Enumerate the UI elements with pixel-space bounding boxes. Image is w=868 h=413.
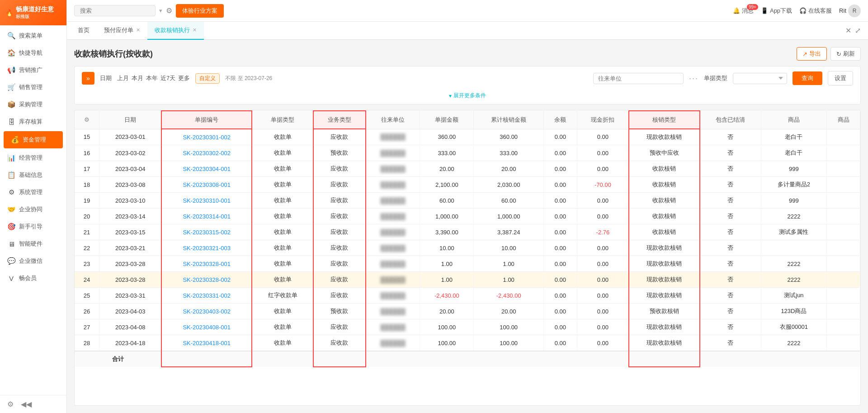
sidebar-icon-sales: 🛒	[7, 83, 15, 91]
cell-receipt-type: 收款单	[252, 335, 313, 351]
cell-goods2	[827, 288, 860, 304]
sidebar-icon-operations: 📊	[7, 154, 15, 162]
cell-goods2	[827, 129, 860, 145]
col-settings[interactable]: ⚙	[75, 111, 99, 129]
cell-settled: 否	[700, 177, 761, 193]
cell-receipt-no[interactable]: SK-20230308-001	[161, 177, 252, 193]
cell-goods: 2222	[761, 209, 827, 224]
tab-prepaid-close[interactable]: ✕	[136, 27, 140, 33]
cell-receipt-no[interactable]: SK-20230302-002	[161, 145, 252, 161]
sidebar-item-vip[interactable]: V畅会员	[0, 270, 66, 287]
bottom-settings-icon[interactable]: ⚙	[7, 400, 14, 408]
cell-receipt-no[interactable]: SK-20230315-002	[161, 224, 252, 240]
cell-receipt-no[interactable]: SK-20230403-002	[161, 304, 252, 319]
cell-no: 15	[75, 129, 99, 145]
tab-collection[interactable]: 收款核销执行 ✕	[147, 22, 204, 40]
cell-unit: ██████	[366, 288, 420, 304]
sidebar-item-sales[interactable]: 🛒销售管理	[0, 79, 66, 96]
cell-verify-type: 现款收款核销	[629, 288, 699, 304]
cell-no: 21	[75, 224, 99, 240]
cell-amount: 10.00	[420, 240, 474, 256]
filter-unit-input[interactable]	[593, 73, 684, 84]
industry-btn[interactable]: 体验行业方案	[176, 4, 224, 18]
sidebar-menu: 🔍搜索菜单🏠快捷导航📢营销推广🛒销售管理📦采购管理🗄库存核算💰资金管理📊经营管理…	[0, 25, 66, 395]
col-receipt-type: 单据类型	[252, 111, 313, 129]
cell-verify-type: 现款收款核销	[629, 129, 699, 145]
sidebar-label-cooperation: 企业协同	[19, 205, 42, 214]
cell-receipt-no[interactable]: SK-20230418-001	[161, 335, 252, 351]
cell-verify-type: 收款核销	[629, 193, 699, 209]
sidebar-item-purchase[interactable]: 📦采购管理	[0, 96, 66, 113]
tab-collection-close[interactable]: ✕	[193, 27, 197, 33]
filter-date-this-month[interactable]: 本月	[132, 74, 143, 82]
cell-receipt-no[interactable]: SK-20230301-002	[161, 129, 252, 145]
table-row: 21 2023-03-15 SK-20230315-002 收款单 应收款 ██…	[75, 224, 860, 240]
sidebar-item-basic[interactable]: 📋基础信息	[0, 166, 66, 184]
tab-home[interactable]: 首页	[71, 22, 97, 40]
cell-balance: 0.00	[544, 177, 577, 193]
filter-dots[interactable]: ···	[689, 74, 698, 83]
cell-settled: 否	[700, 224, 761, 240]
cell-verify-type: 现款收款核销	[629, 335, 699, 351]
cell-receipt-no[interactable]: SK-20230331-002	[161, 288, 252, 304]
user-item[interactable]: Rit R	[839, 5, 861, 17]
logo-name: 畅康道好生意	[16, 5, 54, 14]
cell-receipt-no[interactable]: SK-20230321-003	[161, 240, 252, 256]
filter-date-label: 日期	[100, 74, 112, 82]
cell-receipt-no[interactable]: SK-20230408-001	[161, 319, 252, 335]
sidebar-item-guide[interactable]: 🎯新手引导	[0, 218, 66, 235]
cell-receipt-no[interactable]: SK-20230310-001	[161, 193, 252, 209]
sidebar-item-inventory[interactable]: 🗄库存核算	[0, 113, 66, 130]
cell-receipt-no[interactable]: SK-20230314-001	[161, 209, 252, 224]
tab-maximize-icon[interactable]: ⤢	[855, 26, 861, 35]
cell-biz-type: 应收款	[313, 335, 366, 351]
customer-service-item[interactable]: 🎧 在线客服	[799, 7, 832, 15]
filter-date-more[interactable]: 更多	[178, 74, 190, 82]
sidebar-item-system[interactable]: ⚙系统管理	[0, 184, 66, 201]
sidebar-bottom[interactable]: ⚙ ◀◀	[0, 395, 66, 413]
sidebar-item-wechat[interactable]: 💬企业微信	[0, 252, 66, 270]
cell-receipt-no[interactable]: SK-20230304-001	[161, 161, 252, 177]
tab-prepaid[interactable]: 预付应付单 ✕	[97, 22, 147, 40]
filter-date-custom-btn[interactable]: 自定义	[195, 73, 220, 84]
cell-settled: 否	[700, 145, 761, 161]
tab-close-all-icon[interactable]: ✕	[845, 26, 851, 35]
cell-verified: 360.00	[474, 129, 544, 145]
refresh-btn[interactable]: ↻ 刷新	[830, 47, 861, 61]
cell-cash-discount: 0.00	[577, 240, 629, 256]
sidebar-icon-finance: 💰	[11, 136, 19, 144]
topbar-search-input[interactable]	[74, 5, 156, 16]
sidebar-item-operations[interactable]: 📊经营管理	[0, 149, 66, 166]
settings-btn[interactable]: 设置	[828, 71, 853, 85]
footer-unit	[366, 351, 420, 367]
notification-item[interactable]: 🔔 消息 99+	[733, 7, 754, 15]
topbar-dropdown-icon[interactable]: ▾	[159, 7, 162, 14]
col-date: 日期	[99, 111, 162, 129]
filter-date-last-month[interactable]: 上月	[117, 74, 129, 82]
cell-receipt-type: 收款单	[252, 209, 313, 224]
sidebar-item-cooperation[interactable]: 🤝企业协同	[0, 201, 66, 218]
filter-toggle-btn[interactable]: »	[82, 72, 94, 85]
filter-receipt-type-select[interactable]	[733, 73, 787, 84]
sidebar-item-quick-nav[interactable]: 🏠快捷导航	[0, 44, 66, 62]
cell-date: 2023-03-28	[99, 256, 162, 272]
sidebar-item-marketing[interactable]: 📢营销推广	[0, 62, 66, 79]
topbar-gear-icon[interactable]: ⚙	[166, 6, 172, 15]
sidebar-icon-purchase: 📦	[7, 100, 15, 109]
cell-goods: 123D商品	[761, 304, 827, 319]
export-btn[interactable]: ↗ 导出	[797, 47, 827, 61]
app-download-item[interactable]: 📱 App下载	[761, 7, 792, 15]
cell-receipt-no[interactable]: SK-20230328-001	[161, 256, 252, 272]
cell-verified: 60.00	[474, 193, 544, 209]
query-btn[interactable]: 查询	[793, 71, 822, 85]
filter-date-7days[interactable]: 近7天	[160, 74, 175, 82]
filter-date-range: 不限 至 2023-07-26	[225, 75, 272, 82]
tab-collection-label: 收款核销执行	[155, 26, 190, 34]
bottom-collapse-icon[interactable]: ◀◀	[21, 400, 32, 408]
sidebar-item-search[interactable]: 🔍搜索菜单	[0, 27, 66, 44]
sidebar-item-hardware[interactable]: 🖥智能硬件	[0, 235, 66, 252]
expand-more-btn[interactable]: ▾ 展开更多条件	[449, 92, 486, 100]
cell-receipt-no[interactable]: SK-20230328-002	[161, 272, 252, 288]
filter-date-this-year[interactable]: 本年	[146, 74, 158, 82]
sidebar-item-finance[interactable]: 💰资金管理	[4, 131, 63, 148]
